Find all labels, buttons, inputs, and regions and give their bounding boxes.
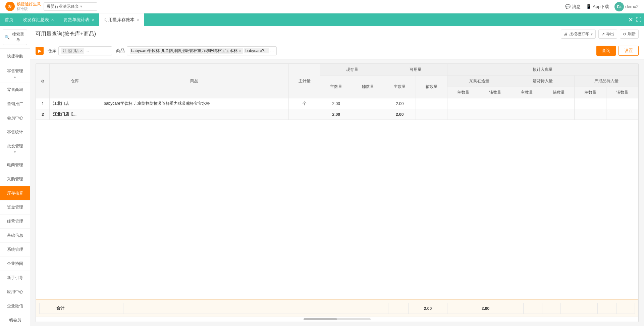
tab-home-label: 首页: [5, 17, 13, 23]
nav-tabs: 首页 收发存汇总表 ✕ 要货单统计表 ✕ 可用量库存账本 ✕ ✕ ⛶: [0, 13, 644, 26]
sidebar-item-marketing-label: 营销推广: [7, 101, 23, 107]
sidebar-item-members[interactable]: 会员中心: [0, 111, 30, 125]
sidebar-item-retail-mall[interactable]: 零售商城: [0, 83, 30, 97]
tab-keyongliang-close[interactable]: ✕: [137, 18, 140, 22]
td-inb-main-1: [511, 98, 543, 109]
filter-product-input[interactable]: babycare学饮杯 儿童防摔防撞吸管杯重力球吸嘴杯宝宝水杯 ✕ babyca…: [127, 46, 277, 55]
refresh-icon: ↺: [623, 32, 626, 37]
tenant-name: 母婴行业演示账套: [47, 4, 79, 9]
main-layout: 🔍 搜索菜单 快捷导航 零售管理 ▲ 零售商城 营销推广 会员中心 零售统计 批…: [0, 26, 644, 326]
sidebar-item-retail-stats[interactable]: 零售统计: [0, 125, 30, 139]
sidebar-item-wholesale[interactable]: 批发管理 ▼: [0, 139, 30, 158]
filter-warehouse-tag: 江北门店 ✕: [61, 48, 84, 54]
sidebar-item-operations[interactable]: 经营管理: [0, 215, 30, 229]
sidebar-item-system[interactable]: 系统管理: [0, 243, 30, 257]
app-download-btn[interactable]: 📱 App下载: [586, 4, 609, 10]
table-row: 2 江北门店【... 2.00 2.00: [36, 109, 638, 120]
sidebar-item-retail-stats-label: 零售统计: [7, 129, 23, 135]
footer-current-main: 2.00: [408, 303, 447, 314]
th-product: 商品: [100, 64, 288, 98]
td-prod-aux-1: [606, 98, 638, 109]
th-current-main: 主数量: [320, 76, 352, 98]
message-btn[interactable]: 💬 消息: [565, 4, 581, 10]
filter-warehouse-more[interactable]: ...: [86, 48, 89, 53]
td-pur-main-2: [447, 109, 479, 120]
nav-expand-btn[interactable]: ⛶: [636, 17, 641, 23]
export-label: 导出: [606, 31, 614, 37]
th-settings[interactable]: ⚙: [36, 64, 50, 98]
th-production-main: 主数量: [575, 87, 606, 98]
filter-expand-btn[interactable]: ▶: [36, 47, 44, 55]
page-header: 可用量查询(按仓库+商品) 🖨 按模板打印 ▾ ↗ 导出 ↺ 刷新: [30, 26, 644, 42]
sidebar-item-basic[interactable]: 基础信息: [0, 229, 30, 243]
scroll-track[interactable]: [304, 318, 371, 320]
td-idx-2: 2: [36, 109, 50, 120]
quick-nav-btn[interactable]: 快捷导航: [3, 51, 27, 61]
sidebar-item-newguide-label: 新手引导: [7, 275, 23, 281]
quick-nav-label: 快捷导航: [7, 54, 23, 58]
td-product-1: babycare学饮杯 儿童防摔防撞吸管杯重力球吸嘴杯宝宝水杯: [100, 98, 288, 109]
filter-product-value2: babycare?...: [246, 48, 268, 53]
filter-product-remove1[interactable]: ✕: [238, 49, 241, 53]
print-icon: 🖨: [564, 32, 568, 37]
td-avail-aux-2: [416, 109, 447, 120]
sidebar-item-purchase[interactable]: 采购管理: [0, 172, 30, 186]
sidebar-item-inventory[interactable]: 库存核算: [0, 186, 30, 200]
settings-button[interactable]: 设置: [619, 46, 639, 56]
top-bar: 好 畅捷通好生意 标准版 母婴行业演示账套 ▾ 💬 消息 📱 App下载 Ea …: [0, 0, 644, 13]
tenant-selector[interactable]: 母婴行业演示账套 ▾: [44, 2, 97, 11]
tab-yaohuo[interactable]: 要货单统计表 ✕: [59, 13, 99, 26]
footer-inb-main: [560, 303, 579, 314]
export-btn[interactable]: ↗ 导出: [598, 30, 617, 39]
th-group-current: 现存量: [320, 64, 384, 76]
sidebar-item-ecommerce[interactable]: 电商管理: [0, 158, 30, 172]
tab-shoufacun[interactable]: 收发存汇总表 ✕: [18, 13, 59, 26]
sidebar-item-enterprise[interactable]: 企业协同: [0, 257, 30, 271]
search-menu-label: 搜索菜单: [11, 32, 25, 43]
tab-yaohuo-label: 要货单统计表: [63, 17, 90, 23]
logo-sub: 标准版: [17, 6, 41, 11]
print-label: 按模板打印: [569, 31, 589, 37]
logo-area: 好 畅捷通好生意 标准版: [5, 2, 41, 11]
tenant-dropdown-icon: ▾: [80, 4, 82, 9]
th-group-expected: 预计入库量: [447, 64, 638, 76]
td-pur-main-1: [447, 98, 479, 109]
sidebar-item-newguide[interactable]: 新手引导: [0, 271, 30, 285]
sidebar-item-corpwechat-label: 企业微信: [7, 303, 23, 309]
sidebar-item-operations-label: 经营管理: [7, 219, 23, 224]
nav-close-all-btn[interactable]: ✕: [628, 16, 633, 24]
sidebar-item-zero-retail[interactable]: 零售管理 ▲: [0, 64, 30, 83]
sidebar-item-wholesale-label: 批发管理: [7, 143, 23, 149]
sidebar-item-finance[interactable]: 资金管理: [0, 200, 30, 215]
search-menu-btn[interactable]: 🔍 搜索菜单: [3, 30, 27, 45]
sidebar-item-purchase-label: 采购管理: [7, 176, 23, 182]
search-icon: 🔍: [5, 35, 10, 40]
print-btn[interactable]: 🖨 按模板打印 ▾: [561, 30, 596, 39]
tab-keyongliang[interactable]: 可用量库存账本 ✕: [99, 13, 144, 26]
sidebar-item-appcenter[interactable]: 应用中心: [0, 285, 30, 299]
export-icon: ↗: [601, 32, 605, 37]
tab-home[interactable]: 首页: [0, 13, 18, 26]
sidebar-item-marketing[interactable]: 营销推广: [0, 97, 30, 111]
avatar: Ea: [614, 2, 624, 11]
sidebar-item-corpwechat[interactable]: 企业微信: [0, 299, 30, 313]
user-area[interactable]: Ea demo2: [614, 2, 639, 11]
footer-label: 合计: [53, 303, 123, 314]
th-purchase-main: 主数量: [447, 87, 479, 98]
main-table: ⚙ 仓库 商品 主计量 现存量: [36, 64, 638, 120]
th-production-aux: 辅数量: [606, 87, 638, 98]
filter-warehouse-input[interactable]: 江北门店 ✕ ...: [58, 46, 112, 55]
refresh-btn[interactable]: ↺ 刷新: [620, 30, 639, 39]
filter-product-more[interactable]: ...: [270, 48, 274, 53]
tab-shoufacun-close[interactable]: ✕: [51, 18, 54, 22]
td-prod-aux-2: [606, 109, 638, 120]
message-icon: 💬: [565, 4, 571, 9]
sidebar-item-changhuiyuan[interactable]: 畅会员: [0, 313, 30, 326]
td-inb-main-2: [511, 109, 543, 120]
filter-warehouse-remove[interactable]: ✕: [80, 49, 83, 53]
query-button[interactable]: 查询: [596, 46, 616, 56]
logo-icon: 好: [5, 2, 15, 11]
filter-product-tag1: babycare学饮杯 儿童防摔防撞吸管杯重力球吸嘴杯宝宝水杯 ✕: [130, 48, 243, 54]
tab-yaohuo-close[interactable]: ✕: [92, 18, 95, 22]
tab-keyongliang-label: 可用量库存账本: [104, 17, 135, 23]
